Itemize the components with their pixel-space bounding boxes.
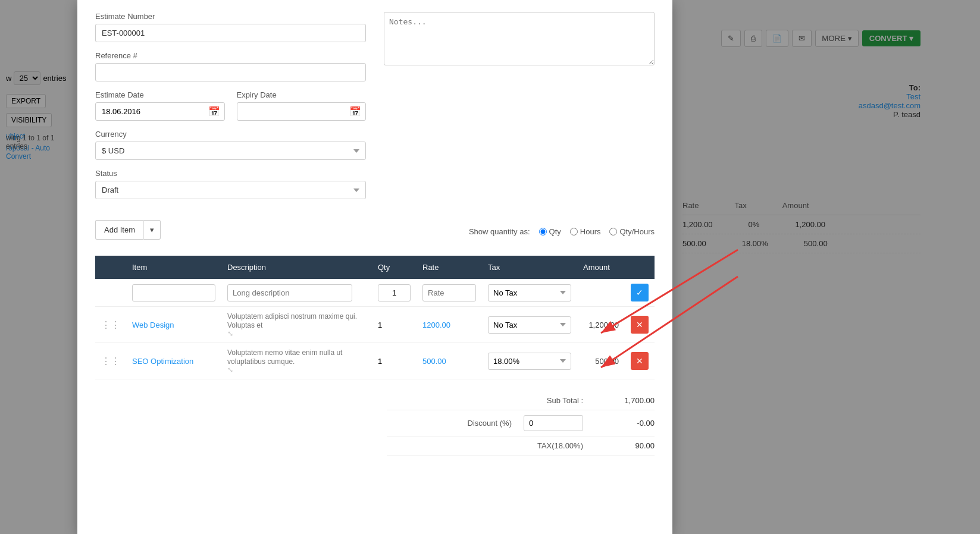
row1-desc-cell: Voluptatem adipisci nostrum maxime qui. … [221, 307, 372, 343]
estimate-number-label: Estimate Number [95, 12, 366, 21]
subtotal-label: Sub Total : [494, 396, 583, 405]
status-label: Status [95, 169, 366, 178]
table-row: ⋮⋮ SEO Optimization Voluptatem nemo vita… [95, 343, 655, 379]
modal-top-row: Estimate Number Reference # Estimate Dat… [95, 12, 655, 208]
hours-radio-option[interactable]: Hours [570, 227, 601, 236]
estimate-date-input-wrapper: 📅 [95, 102, 225, 121]
estimate-date-input[interactable] [95, 102, 225, 121]
estimate-date-group: Estimate Date 📅 [95, 90, 225, 121]
row2-amount-cell: 500.00 [577, 343, 625, 379]
drag-handle-icon[interactable]: ⋮⋮ [101, 320, 120, 330]
col-drag [95, 256, 126, 279]
col-amount: Amount [577, 256, 625, 279]
expiry-date-input[interactable] [237, 102, 367, 121]
page-wrapper: ✎ ⎙ 📄 ✉ MORE ▾ CONVERT ▾ To: Test asdasd… [0, 0, 980, 534]
col-description: Description [221, 256, 372, 279]
discount-input[interactable] [524, 415, 583, 431]
date-row: Estimate Date 📅 Expiry Date 📅 [95, 90, 366, 121]
expiry-date-input-wrapper: 📅 [237, 102, 367, 121]
new-item-check-button[interactable]: ✓ [631, 284, 649, 301]
row2-rate-cell: 500.00 [417, 343, 482, 379]
row2-qty-cell: 1 [372, 343, 417, 379]
modal: Estimate Number Reference # Estimate Dat… [77, 0, 672, 534]
row1-item-name: Web Design [132, 321, 174, 329]
row2-action-cell: ✕ [625, 343, 655, 379]
row2-qty: 1 [378, 357, 382, 366]
modal-right-col [384, 12, 655, 208]
row1-qty: 1 [378, 321, 382, 329]
subtotal-value: 1,700.00 [595, 396, 655, 405]
qty-radio[interactable] [539, 228, 547, 235]
expiry-date-calendar-icon[interactable]: 📅 [349, 106, 361, 117]
row2-item-name: SEO Optimization [132, 357, 193, 366]
estimate-number-input[interactable] [95, 24, 366, 42]
new-item-tax-cell: No Tax 18.00% [482, 279, 577, 307]
hours-radio[interactable] [570, 228, 578, 235]
new-item-row: No Tax 18.00% ✓ [95, 279, 655, 307]
col-qty: Qty [372, 256, 417, 279]
row1-qty-cell: 1 [372, 307, 417, 343]
row1-drag[interactable]: ⋮⋮ [95, 307, 126, 343]
row1-rate: 1200.00 [422, 321, 450, 329]
qty-hours-radio-option[interactable]: Qty/Hours [609, 227, 655, 236]
new-item-qty-input[interactable] [378, 284, 411, 301]
add-item-button[interactable]: Add Item [95, 220, 143, 240]
tax-row: TAX(18.00%) 90.00 [387, 436, 655, 456]
items-table-body: No Tax 18.00% ✓ ⋮⋮ [95, 279, 655, 379]
qty-hours-radio[interactable] [609, 228, 617, 235]
reference-label: Reference # [95, 51, 366, 60]
new-item-desc-input[interactable] [227, 284, 352, 301]
tax-value: 90.00 [595, 441, 655, 450]
row2-amount: 500.00 [595, 357, 619, 366]
notes-textarea[interactable] [384, 12, 655, 65]
row1-delete-button[interactable]: ✕ [631, 316, 649, 334]
reference-input[interactable] [95, 63, 366, 81]
row2-rate: 500.00 [422, 357, 446, 366]
col-tax: Tax [482, 256, 577, 279]
expiry-date-label: Expiry Date [237, 90, 367, 99]
show-qty-row: Show quantity as: Qty Hours Qty/Hours [469, 227, 655, 236]
col-action [625, 256, 655, 279]
add-item-button-group: Add Item ▾ [95, 220, 161, 240]
new-item-amount-cell [577, 279, 625, 307]
row1-amount: 1,200.00 [588, 321, 619, 329]
col-rate: Rate [417, 256, 482, 279]
currency-select[interactable]: $ USD [95, 142, 366, 160]
discount-amount: -0.00 [595, 419, 655, 428]
col-item: Item [126, 256, 221, 279]
qty-radio-option[interactable]: Qty [539, 227, 561, 236]
new-item-name-input[interactable] [132, 284, 215, 301]
row1-rate-cell: 1200.00 [417, 307, 482, 343]
show-qty-label: Show quantity as: [469, 227, 530, 236]
row1-desc: Voluptatem adipisci nostrum maxime qui. … [227, 312, 357, 329]
estimate-date-label: Estimate Date [95, 90, 225, 99]
row2-delete-button[interactable]: ✕ [631, 352, 649, 370]
row2-tax-select[interactable]: No Tax 18.00% [488, 353, 571, 370]
estimate-date-calendar-icon[interactable]: 📅 [208, 106, 220, 117]
estimate-number-group: Estimate Number [95, 12, 366, 42]
new-item-tax-select[interactable]: No Tax 18.00% [488, 284, 571, 301]
row1-tax-select[interactable]: No Tax 18.00% [488, 316, 571, 334]
new-item-action-cell: ✓ [625, 279, 655, 307]
modal-left-col: Estimate Number Reference # Estimate Dat… [95, 12, 366, 208]
row1-resize-handle[interactable]: ⤡ [227, 329, 366, 338]
currency-group: Currency $ USD [95, 130, 366, 160]
hours-option-label: Hours [580, 227, 601, 236]
row1-amount-cell: 1,200.00 [577, 307, 625, 343]
tax-label: TAX(18.00%) [494, 441, 583, 450]
modal-inner: Estimate Number Reference # Estimate Dat… [77, 0, 672, 479]
status-select[interactable]: Draft Sent Accepted [95, 181, 366, 199]
row2-resize-handle[interactable]: ⤡ [227, 366, 366, 374]
row2-drag[interactable]: ⋮⋮ [95, 343, 126, 379]
totals-section: Sub Total : 1,700.00 Discount (%) -0.00 … [95, 391, 655, 456]
new-item-rate-input[interactable] [422, 284, 476, 301]
items-table: Item Description Qty Rate Tax Amount [95, 256, 655, 379]
discount-label: Discount (%) [422, 419, 512, 428]
add-item-dropdown-button[interactable]: ▾ [143, 220, 161, 240]
row2-item-cell: SEO Optimization [126, 343, 221, 379]
drag-handle-icon[interactable]: ⋮⋮ [101, 356, 120, 366]
items-table-header: Item Description Qty Rate Tax Amount [95, 256, 655, 279]
expiry-date-group: Expiry Date 📅 [237, 90, 367, 121]
new-item-qty-cell [372, 279, 417, 307]
new-item-name-cell [126, 279, 221, 307]
